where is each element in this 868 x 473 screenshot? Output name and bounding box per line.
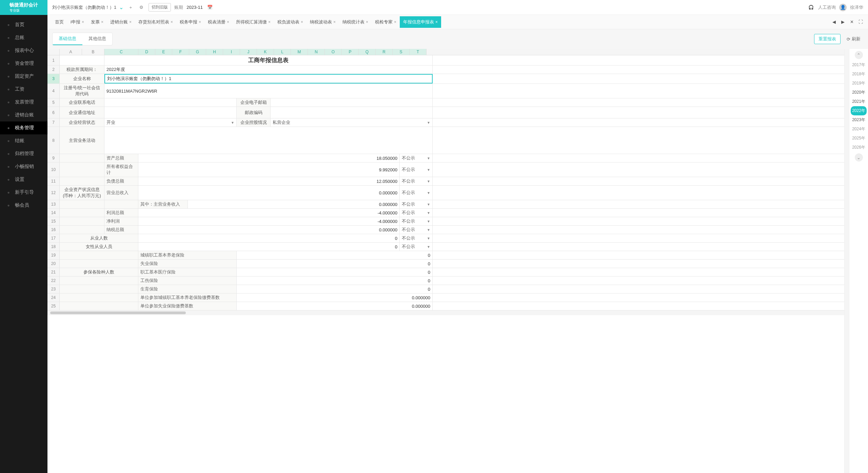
tab-close-all-icon[interactable]: ✕: [848, 19, 855, 24]
cell[interactable]: 0.000000: [237, 302, 433, 310]
close-icon[interactable]: ×: [227, 20, 229, 24]
close-icon[interactable]: ×: [366, 20, 368, 24]
year-2020年[interactable]: 2020年: [851, 88, 867, 97]
nav-xc[interactable]: ▫小畅报销: [0, 160, 47, 173]
row-header[interactable]: 25: [47, 302, 60, 310]
cell[interactable]: 91320811MA7NGR2W6R: [104, 84, 433, 98]
cell[interactable]: -4.000000: [138, 209, 400, 217]
col-header[interactable]: S: [393, 49, 410, 55]
gear-icon[interactable]: ⚙: [138, 4, 145, 11]
nav-ledger[interactable]: ▫总账: [0, 31, 47, 44]
tab-存货别名对照表[interactable]: 存货别名对照表×: [135, 16, 176, 28]
cell[interactable]: [104, 107, 237, 118]
row-header[interactable]: 24: [47, 294, 60, 302]
row-header[interactable]: 15: [47, 217, 60, 225]
reset-button[interactable]: 重置报表: [814, 34, 841, 44]
cell[interactable]: 0: [237, 260, 433, 268]
cell[interactable]: [104, 98, 237, 107]
col-header[interactable]: R: [376, 49, 393, 55]
refresh-button[interactable]: ⟳ 刷新: [844, 34, 863, 44]
col-header[interactable]: H: [206, 49, 223, 55]
col-header[interactable]: I: [223, 49, 240, 55]
tab-prev-icon[interactable]: ◀: [831, 19, 837, 24]
nav-io[interactable]: ▫进销台账: [0, 109, 47, 121]
nav-close-book[interactable]: ▫结账: [0, 134, 47, 147]
row-header[interactable]: 11: [47, 177, 60, 185]
col-header[interactable]: J: [240, 49, 257, 55]
col-header[interactable]: T: [410, 49, 427, 55]
nav-archive[interactable]: ▫归档管理: [0, 147, 47, 160]
row-header[interactable]: 23: [47, 285, 60, 293]
row-header[interactable]: 21: [47, 268, 60, 276]
col-header[interactable]: E: [155, 49, 172, 55]
tab-税负波动表[interactable]: 税负波动表×: [274, 16, 307, 28]
nav-gear[interactable]: ▫设置: [0, 173, 47, 186]
horizontal-scrollbar[interactable]: [47, 310, 844, 315]
calendar-icon[interactable]: 📅: [206, 4, 214, 11]
cell[interactable]: 0: [237, 285, 433, 293]
tab-首页[interactable]: 首页: [52, 16, 67, 28]
cell[interactable]: 0: [138, 243, 400, 251]
cell[interactable]: 12.050000: [138, 177, 400, 185]
tab-纳税波动表[interactable]: 纳税波动表×: [307, 16, 339, 28]
cell[interactable]: [60, 55, 104, 65]
company-name-cell[interactable]: 刘小艳演示账套（勿删勿动！）1: [104, 74, 433, 83]
close-icon[interactable]: ×: [199, 20, 201, 24]
nav-invoice[interactable]: ▫发票管理: [0, 96, 47, 109]
close-icon[interactable]: ×: [129, 20, 132, 24]
period-value[interactable]: 2022年度: [104, 65, 433, 74]
col-header[interactable]: G: [189, 49, 206, 55]
row-header[interactable]: 20: [47, 260, 60, 268]
tab-税务申报[interactable]: 税务申报×: [176, 16, 204, 28]
cell[interactable]: 不公示▼: [400, 154, 433, 162]
subtab-basic[interactable]: 基础信息: [53, 33, 82, 45]
cell[interactable]: [271, 98, 433, 107]
col-header[interactable]: C: [104, 49, 138, 55]
col-header[interactable]: B: [82, 49, 104, 55]
add-icon[interactable]: ＋: [127, 4, 134, 11]
close-icon[interactable]: ×: [171, 20, 173, 24]
nav-tax[interactable]: ▫税务管理: [0, 121, 47, 134]
row-header[interactable]: 8: [47, 127, 60, 154]
cell[interactable]: 0.000000: [138, 186, 400, 200]
row-header[interactable]: 3: [47, 74, 60, 83]
close-icon[interactable]: ×: [82, 20, 84, 24]
tab-年报信息申报表[interactable]: 年报信息申报表×: [400, 16, 441, 28]
cell[interactable]: 0: [237, 277, 433, 285]
nav-home[interactable]: ▫首页: [0, 18, 47, 31]
cell[interactable]: 9.992000: [138, 163, 400, 177]
cell[interactable]: 18.050000: [138, 154, 400, 162]
row-header[interactable]: 6: [47, 107, 60, 118]
col-header[interactable]: A: [60, 49, 82, 55]
cell[interactable]: 不公示▼: [400, 226, 433, 234]
spreadsheet[interactable]: ABCDEFGHIJKLMNOPQRST 1工商年报信息表2税款所属期间：202…: [47, 49, 844, 473]
year-down-icon[interactable]: ⌄: [855, 153, 863, 162]
close-icon[interactable]: ×: [268, 20, 271, 24]
close-icon[interactable]: ×: [394, 20, 396, 24]
col-header[interactable]: O: [325, 49, 342, 55]
row-header[interactable]: 2: [47, 65, 60, 74]
col-header[interactable]: M: [291, 49, 308, 55]
subtab-other[interactable]: 其他信息: [82, 33, 112, 45]
nav-asset[interactable]: ▫固定资产: [0, 70, 47, 83]
col-header[interactable]: Q: [359, 49, 376, 55]
year-2021年[interactable]: 2021年: [851, 97, 867, 106]
status-select[interactable]: 开业▼: [104, 118, 237, 127]
holding-select[interactable]: 私营企业▼: [271, 118, 433, 127]
year-2022年[interactable]: 2022年: [851, 106, 867, 115]
switch-old-button[interactable]: 切到旧版: [149, 3, 171, 12]
cell[interactable]: 不公示▼: [400, 243, 433, 251]
vertical-scrollbar[interactable]: [844, 49, 849, 473]
row-header[interactable]: 5: [47, 98, 60, 107]
nav-chart[interactable]: ▫报表中心: [0, 44, 47, 57]
row-header[interactable]: 22: [47, 277, 60, 285]
row-header[interactable]: 7: [47, 118, 60, 127]
row-header[interactable]: 9: [47, 154, 60, 162]
cell[interactable]: 0: [237, 251, 433, 259]
tab-进销台账[interactable]: 进销台账×: [107, 16, 135, 28]
col-header[interactable]: L: [274, 49, 291, 55]
cell[interactable]: 0.000000: [237, 294, 433, 302]
cell[interactable]: [104, 127, 433, 154]
support-link[interactable]: 人工咨询: [818, 4, 836, 11]
account-selector[interactable]: 刘小艳演示账套（勿删勿动！）1 ⌄: [52, 4, 123, 11]
